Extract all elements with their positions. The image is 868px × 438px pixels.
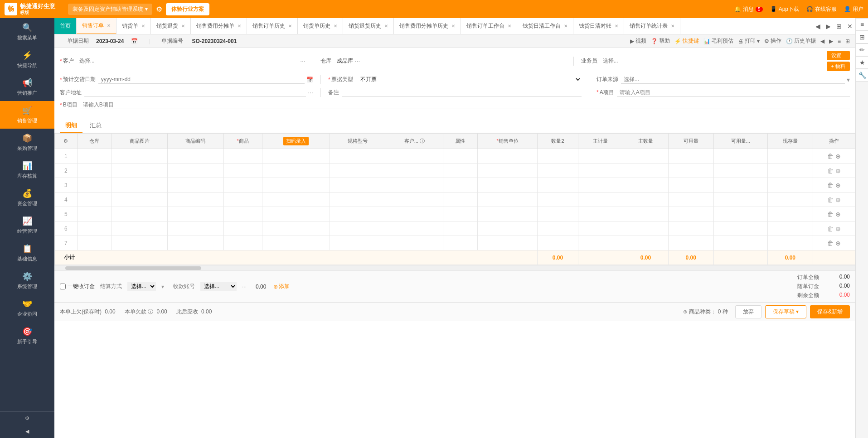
- setup-btn[interactable]: 设置: [827, 51, 850, 60]
- sidebar-item-sales[interactable]: 🛒销售管理: [0, 101, 54, 129]
- sidebar-item-guide[interactable]: 🎯新手引导: [0, 322, 54, 350]
- prev-record-btn[interactable]: ◀: [820, 38, 824, 44]
- horizontal-scrollbar[interactable]: [54, 265, 855, 270]
- row-copy-btn-7[interactable]: ⊕: [835, 240, 841, 247]
- tab-returnhistory[interactable]: 销货退货历史✕: [343, 18, 394, 34]
- user-avatar[interactable]: 👤 用户: [844, 5, 863, 13]
- salesperson-input[interactable]: [600, 57, 827, 65]
- tab-close-dailyclearworkbench[interactable]: ✕: [564, 24, 567, 29]
- tab-close-salesorder[interactable]: ✕: [107, 23, 111, 28]
- app-download-btn[interactable]: 📱 App下载: [770, 5, 799, 13]
- row-copy-btn-6[interactable]: ⊕: [835, 225, 841, 232]
- row-copy-btn-2[interactable]: ⊕: [835, 167, 841, 174]
- industry-btn[interactable]: 体验行业方案: [166, 3, 209, 15]
- tab-prev-btn[interactable]: ◀: [813, 23, 823, 30]
- tab-mingxi[interactable]: 明细: [60, 119, 82, 133]
- save-new-btn[interactable]: 保存&新增: [810, 305, 850, 318]
- settings-icon[interactable]: ⚙: [156, 5, 162, 14]
- grid-view-btn[interactable]: ⊞: [845, 38, 850, 44]
- tab-salesfee[interactable]: 销售费用分摊单✕: [191, 18, 247, 34]
- tab-next-btn[interactable]: ▶: [823, 23, 834, 30]
- profit-action[interactable]: 📊 毛利预估: [703, 37, 733, 45]
- draft-dropdown-icon[interactable]: ▾: [796, 308, 799, 315]
- sidebar-item-inventory[interactable]: 📊库存核算: [0, 156, 54, 184]
- receipt-account-select[interactable]: 选择...: [200, 282, 237, 291]
- payment-method-select[interactable]: 选择...: [127, 282, 156, 291]
- delivery-date-calendar-icon[interactable]: 📅: [306, 77, 313, 83]
- tab-dailyclear[interactable]: 钱货日清对账✕: [573, 18, 624, 34]
- right-tool-2[interactable]: ⊞: [856, 31, 868, 43]
- right-tool-4[interactable]: ★: [856, 56, 868, 69]
- tab-close-orderworkbench[interactable]: ✕: [508, 24, 511, 29]
- tab-close-saleshistory[interactable]: ✕: [288, 24, 292, 29]
- tab-close-returnhistory[interactable]: ✕: [384, 24, 388, 29]
- row-delete-btn-3[interactable]: 🗑: [827, 182, 834, 189]
- shortcut-action[interactable]: ⚡ 快捷键: [674, 37, 699, 45]
- list-view-btn[interactable]: ≡: [838, 38, 841, 44]
- one-click-checkout-checkbox[interactable]: [60, 284, 66, 289]
- table-settings-btn[interactable]: ⚙: [55, 134, 78, 149]
- scan-input-btn[interactable]: 扫码录入: [283, 137, 309, 145]
- online-service-btn[interactable]: 🎧 在线客服: [806, 5, 837, 13]
- tab-close-salesstat[interactable]: ✕: [671, 24, 674, 29]
- one-click-checkout-label[interactable]: 一键收订金: [60, 283, 95, 290]
- tab-salesstat[interactable]: 销售订单统计表✕: [624, 18, 680, 34]
- tab-close-salesreturn[interactable]: ✕: [181, 24, 185, 29]
- tab-dailyclearworkbench[interactable]: 钱货日清工作台✕: [517, 18, 573, 34]
- tab-close-salescredit[interactable]: ✕: [141, 24, 145, 29]
- remarks-input[interactable]: [342, 88, 582, 97]
- sidebar-item-marketing[interactable]: 📢营销推广: [0, 73, 54, 101]
- tab-close-all-btn[interactable]: ✕: [844, 23, 855, 30]
- notification-btn[interactable]: 🔔 消息 5: [734, 5, 763, 13]
- b-project-input[interactable]: [80, 101, 850, 109]
- sidebar-collapse-btn[interactable]: ◀: [0, 425, 54, 438]
- sidebar-item-operations[interactable]: 📈经营管理: [0, 212, 54, 239]
- tab-salescredit[interactable]: 销货单✕: [116, 18, 151, 34]
- right-tool-3[interactable]: ✏: [856, 43, 868, 56]
- order-source-input[interactable]: [621, 75, 845, 84]
- history-action[interactable]: 🕐 历史单据: [786, 37, 816, 45]
- sidebar-item-finance[interactable]: 💰资金管理: [0, 184, 54, 212]
- tab-huizong[interactable]: 汇总: [84, 119, 107, 133]
- add-checkout-btn[interactable]: ⊕ 添加: [273, 283, 290, 290]
- row-copy-btn-3[interactable]: ⊕: [835, 182, 841, 189]
- tab-expand-btn[interactable]: ⊞: [834, 23, 844, 30]
- delivery-date-input[interactable]: [98, 75, 305, 84]
- discard-btn[interactable]: 放弃: [735, 305, 761, 318]
- tab-salesreturn[interactable]: 销货退货✕: [151, 18, 191, 34]
- tab-salesorder[interactable]: 销售订单✕: [77, 18, 116, 34]
- col-scan-btn[interactable]: 扫码录入: [262, 134, 330, 149]
- tab-home[interactable]: 首页: [54, 18, 77, 34]
- tab-close-dailyclear[interactable]: ✕: [615, 24, 618, 29]
- sidebar-item-cooperation[interactable]: 🤝企业协同: [0, 294, 54, 322]
- tab-feehistory[interactable]: 销售费用分摊单历史✕: [394, 18, 461, 34]
- customer-input[interactable]: [77, 57, 299, 65]
- tab-close-credithistory[interactable]: ✕: [334, 24, 337, 29]
- tab-close-feehistory[interactable]: ✕: [451, 24, 455, 29]
- tab-credithistory[interactable]: 销货单历史✕: [298, 18, 343, 34]
- right-tool-5[interactable]: 🔧: [856, 69, 868, 82]
- add-material-btn[interactable]: + 物料: [827, 62, 850, 71]
- next-record-btn[interactable]: ▶: [829, 38, 833, 44]
- row-delete-btn-5[interactable]: 🗑: [827, 211, 834, 218]
- ticket-type-select[interactable]: 不开票: [356, 75, 582, 84]
- operations-action[interactable]: ⚙ 操作: [764, 37, 781, 45]
- tab-orderworkbench[interactable]: 销售订单工作台✕: [461, 18, 517, 34]
- sidebar-item-purchase[interactable]: 📦采购管理: [0, 129, 54, 156]
- right-tool-1[interactable]: ≡: [856, 18, 868, 31]
- help-action[interactable]: ❓ 帮助: [651, 37, 670, 45]
- sidebar-item-system[interactable]: ⚙️系统管理: [0, 267, 54, 294]
- system-selector[interactable]: 装备及固定资产辅助管理系统 ▾: [68, 4, 152, 15]
- tab-close-salesfee[interactable]: ✕: [238, 24, 241, 29]
- calendar-icon[interactable]: 📅: [131, 38, 138, 44]
- tab-saleshistory[interactable]: 销售订单历史✕: [247, 18, 298, 34]
- scroll-thumb[interactable]: [65, 266, 201, 270]
- print-action[interactable]: 🖨 打印 ▾: [738, 37, 760, 45]
- sidebar-item-basicinfo[interactable]: 📋基础信息: [0, 239, 54, 267]
- row-delete-btn-2[interactable]: 🗑: [827, 167, 834, 174]
- customer-more-btn[interactable]: ···: [300, 58, 305, 65]
- row-delete-btn-4[interactable]: 🗑: [827, 196, 834, 203]
- row-copy-btn-5[interactable]: ⊕: [835, 211, 841, 218]
- row-copy-btn-4[interactable]: ⊕: [835, 196, 841, 203]
- order-source-dropdown[interactable]: ▾: [847, 76, 850, 83]
